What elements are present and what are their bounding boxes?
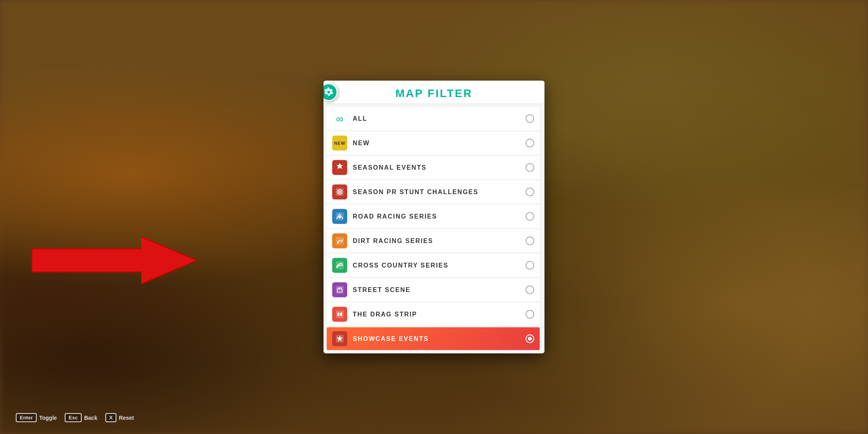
modal-title: MAP FILTER <box>395 87 472 99</box>
dirt-radio <box>526 237 534 245</box>
modal-header: MAP FILTER <box>324 81 544 104</box>
street-label: STREET SCENE <box>353 286 520 294</box>
cross-radio <box>526 261 534 270</box>
seasonal-icon <box>332 160 347 175</box>
gear-icon <box>324 88 333 97</box>
esc-key: Esc <box>65 413 82 422</box>
season-pr-radio <box>526 188 534 196</box>
filter-item-road[interactable]: ROAD RACING SERIES <box>327 205 540 228</box>
showcase-radio <box>526 335 534 343</box>
hint-x: X Reset <box>105 413 134 422</box>
filter-item-cross[interactable]: CROSS COUNTRY SERIES <box>327 254 540 277</box>
new-icon: NEW <box>332 136 347 151</box>
svg-rect-15 <box>340 313 342 316</box>
cross-icon <box>332 258 347 273</box>
drag-radio <box>526 310 534 319</box>
filter-item-seasonal[interactable]: SEASONAL EVENTS <box>327 156 540 179</box>
svg-point-8 <box>337 242 339 243</box>
seasonal-radio <box>526 163 534 172</box>
filter-item-street[interactable]: STREET SCENE <box>327 279 540 301</box>
hint-esc: Esc Back <box>65 413 97 422</box>
showcase-icon <box>332 331 347 346</box>
enter-key: Enter <box>16 413 37 422</box>
street-icon <box>332 282 347 297</box>
new-radio <box>526 139 534 148</box>
filter-item-all[interactable]: ∞ ALL <box>327 107 540 130</box>
all-radio <box>526 114 534 123</box>
road-icon <box>332 209 347 224</box>
dirt-label: DIRT RACING SERIES <box>353 238 520 245</box>
filter-item-showcase[interactable]: SHOWCASE EVENTS <box>327 327 540 350</box>
footer-hints: Enter Toggle Esc Back X Reset <box>16 413 134 422</box>
gear-button[interactable] <box>324 83 338 101</box>
svg-point-2 <box>338 166 341 169</box>
esc-label: Back <box>84 415 97 421</box>
enter-label: Toggle <box>39 415 57 421</box>
road-radio <box>526 212 534 221</box>
hint-enter: Enter Toggle <box>16 413 57 422</box>
filter-item-new[interactable]: NEW NEW <box>327 132 540 155</box>
road-label: ROAD RACING SERIES <box>353 213 520 220</box>
svg-rect-14 <box>337 313 339 316</box>
showcase-label: SHOWCASE EVENTS <box>353 335 520 342</box>
x-key: X <box>105 413 117 422</box>
all-label: ALL <box>353 115 520 122</box>
svg-rect-10 <box>336 286 344 294</box>
new-label: NEW <box>353 140 520 147</box>
street-radio <box>526 286 534 294</box>
drag-label: THE DRAG STRIP <box>353 311 520 318</box>
svg-marker-1 <box>32 238 196 283</box>
modal-body: ∞ ALL NEW NEW <box>324 104 544 354</box>
filter-item-drag[interactable]: THE DRAG STRIP <box>327 303 540 326</box>
season-pr-icon <box>332 185 347 200</box>
seasonal-label: SEASONAL EVENTS <box>353 164 520 171</box>
x-label: Reset <box>119 415 134 421</box>
filter-list: ∞ ALL NEW NEW <box>327 107 541 350</box>
cross-label: CROSS COUNTRY SERIES <box>353 262 520 269</box>
filter-item-dirt[interactable]: DIRT RACING SERIES <box>327 230 540 253</box>
season-pr-label: SEASON PR STUNT CHALLENGES <box>353 189 520 196</box>
dirt-icon <box>332 234 347 249</box>
svg-rect-13 <box>336 311 344 318</box>
all-icon: ∞ <box>332 111 347 126</box>
map-filter-modal: MAP FILTER ∞ ALL NEW NEW <box>324 81 544 354</box>
drag-icon <box>332 307 347 322</box>
arrow-indicator <box>32 237 197 286</box>
svg-point-6 <box>339 216 341 219</box>
filter-item-season-pr[interactable]: SEASON PR STUNT CHALLENGES <box>327 181 540 204</box>
